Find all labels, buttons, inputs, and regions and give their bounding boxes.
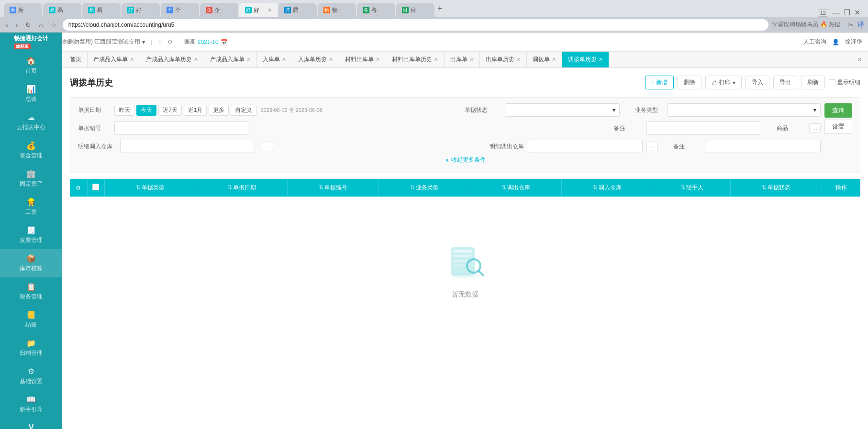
import-btn[interactable]: 导入 [746,76,769,89]
table-header-biz-type[interactable]: ⇅业务类型 [378,179,470,197]
table-header-gear[interactable]: ⚙ [70,179,87,197]
browser-tab-10[interactable]: 目 目 [396,3,434,17]
date-opt-7days[interactable]: 近7天 [158,105,182,116]
maximize-icon[interactable]: ❐ [844,8,850,17]
sidebar-item-archive[interactable]: 📁 归档管理 [0,334,62,362]
settings-icon[interactable]: ⚙ [167,39,173,45]
biz-type-select[interactable]: ▾ [668,103,821,117]
table-header-date[interactable]: ⇅单据日期 [196,179,287,197]
export-btn[interactable]: 导出 [773,76,797,89]
page-tab-transfer[interactable]: 调拨单 ✕ [527,52,562,67]
wh-out-ellipsis[interactable]: ... [646,142,658,151]
browser-tab-1[interactable]: 易 易 [43,3,81,17]
page-tab-material-out-hist[interactable]: 材料出库单历史 ✕ [386,52,445,67]
browser-tab-9[interactable]: 各 各 [357,3,395,17]
page-tab-material-out[interactable]: 材料出库单 ✕ [339,52,386,67]
show-cols-checkbox[interactable] [829,79,835,86]
customer-service[interactable]: 人工咨询 [803,38,826,46]
new-tab-btn[interactable]: + [437,4,443,14]
browser-tab-0[interactable]: 新 新 [4,3,42,17]
print-btn[interactable]: 🖨 打印 ▾ [705,76,742,89]
close-icon[interactable]: ✕ [469,56,474,63]
page-tab-product-in[interactable]: 产成品入库单 ✕ [88,52,140,67]
collapse-row[interactable]: ∧ 收起更多条件 [78,153,852,167]
close-icon[interactable]: ✕ [329,56,333,63]
company-selector[interactable]: (勿删勿禁用) 江西服宝测试专用 ▾ [60,38,145,46]
status-select[interactable]: ▾ [505,103,620,117]
print-dropdown-icon[interactable]: ▾ [733,79,735,86]
table-header-type[interactable]: ⇅单据类型 [104,179,196,197]
date-opt-yesterday[interactable]: 昨天 [114,105,134,116]
sidebar-item-home[interactable]: 🏠 首页 [0,52,62,80]
delete-btn[interactable]: 删除 [678,76,701,89]
page-tab-outbound[interactable]: 出库单 ✕ [445,52,480,67]
page-tab-outbound-hist[interactable]: 出库单历史 ✕ [480,52,527,67]
date-opt-today[interactable]: 今天 [136,105,156,116]
close-icon[interactable]: ✕ [130,56,134,63]
page-tab-receipt-hist[interactable]: 入库单历史 ✕ [292,52,339,67]
refresh-btn[interactable]: 刷新 [801,76,825,89]
close-icon[interactable]: ✕ [246,56,251,63]
table-header-handler[interactable]: ⇅经手人 [653,179,730,197]
select-all-checkbox[interactable] [92,184,99,190]
wh-in-ellipsis[interactable]: ... [262,142,273,151]
close-browser-icon[interactable]: ✕ [854,8,860,17]
query-btn[interactable]: 查询 [824,103,852,118]
close-icon[interactable]: ✕ [552,56,556,63]
browser-tab-7[interactable]: 腾 腾 [278,3,317,17]
translate-icon[interactable]: 译 [857,21,864,29]
search-box[interactable]: 学霸应聘场驱鸟员 🔥 热搜 [772,21,840,29]
home-btn[interactable]: ⌂ [37,20,45,30]
refresh-browser-btn[interactable]: ↻ [23,20,33,30]
close-icon[interactable]: ✕ [267,7,272,13]
calendar-icon[interactable]: 📅 [221,39,228,45]
page-tab-transfer-hist[interactable]: 调拨单历史 ✕ [562,52,609,67]
sidebar-item-invoice[interactable]: 🧾 发票管理 [0,221,62,249]
sidebar-item-member[interactable]: V 畅会员 [0,418,62,429]
page-tab-product-in-hist[interactable]: 产成品入库单历史 ✕ [140,52,204,67]
page-tab-home[interactable]: 首页 [64,52,88,67]
goods-ellipsis[interactable]: ... [809,123,821,133]
wh-in-input[interactable] [120,140,254,153]
date-opt-custom[interactable]: 自定义 [231,105,256,116]
address-input[interactable] [63,19,769,31]
table-header-in-wh[interactable]: ⇅调入仓库 [562,179,653,197]
sidebar-item-funds[interactable]: 💰 资金管理 [0,136,62,165]
wh-out-input[interactable] [528,140,643,153]
browser-tab-8[interactable]: 畅 畅 [318,3,356,17]
sidebar-item-ledger[interactable]: 📊 总账 [0,80,62,108]
sidebar-item-settings[interactable]: ⚙ 基础设置 [0,362,62,390]
doc-no-input[interactable] [114,121,248,135]
filter-settings-btn[interactable]: 设置 [824,120,852,134]
show-cols-toggle[interactable]: 显示明细 [829,78,860,87]
browser-tab-4[interactable]: 个 个 [161,3,199,17]
minimize-icon[interactable]: — [832,9,840,17]
page-tab-receipt[interactable]: 入库单 ✕ [257,52,292,67]
browser-tab-3[interactable]: 好 好 [122,3,160,17]
remark2-input[interactable] [706,140,821,153]
page-tab-product-in2[interactable]: 产成品入库单 ✕ [204,52,257,67]
sidebar-item-salary[interactable]: 👷 工资 [0,193,62,221]
sidebar-item-assets[interactable]: 🏢 固定资产 [0,165,62,193]
sidebar-item-inventory[interactable]: 📦 库存核算 [0,249,62,277]
table-header-checkbox[interactable] [87,179,104,197]
table-header-status[interactable]: ⇅单据状态 [730,179,822,197]
date-opt-1month[interactable]: 近1月 [184,105,207,116]
date-opt-more[interactable]: 更多 [209,105,229,116]
browser-tab-6[interactable]: 好 好 ✕ [239,3,278,17]
back-btn[interactable]: ‹ [4,20,10,30]
sidebar-item-cloud[interactable]: ☁ 云报表中心 [0,108,62,136]
table-header-no[interactable]: ⇅单据编号 [287,179,378,197]
star-btn[interactable]: ☆ [49,20,59,30]
forward-btn[interactable]: › [14,20,20,30]
remark-input[interactable] [646,121,761,135]
close-icon[interactable]: ✕ [376,56,380,63]
browser-tab-5[interactable]: 企 企 [200,3,238,17]
table-header-out-wh[interactable]: ⇅调出仓库 [470,179,562,197]
close-icon[interactable]: ✕ [599,56,603,63]
close-icon[interactable]: ✕ [516,56,521,63]
new-btn[interactable]: + 新增 [645,76,674,89]
browser-tab-2[interactable]: 易 易 [82,3,121,17]
close-icon[interactable]: ✕ [434,56,438,63]
add-company-btn[interactable]: + [158,39,162,45]
